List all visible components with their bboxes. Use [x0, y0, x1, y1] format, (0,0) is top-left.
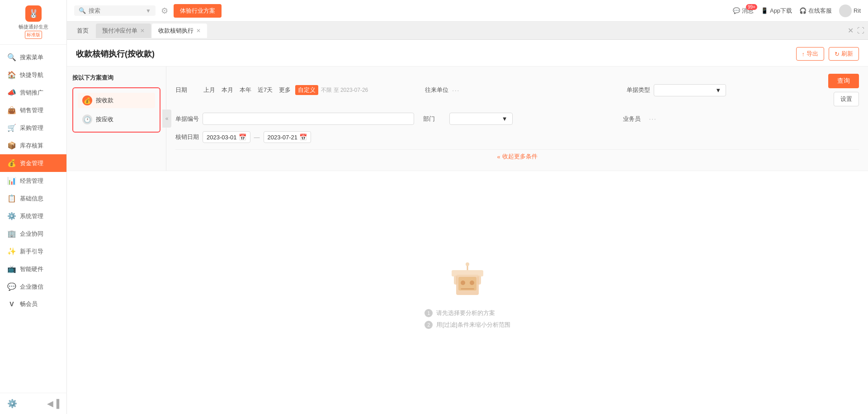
sidebar-nav: 🔍 搜索菜单 🏠 快捷导航 📣 营销推广 👜 销售管理 🛒 采购管理 📦 库存核…	[0, 45, 66, 393]
sidebar-item-guide[interactable]: ✨ 新手引导	[0, 243, 66, 260]
sidebar-item-wechat[interactable]: 💬 企业微信	[0, 278, 66, 295]
date-shortcuts: 上月 本月 本年 近7天 更多 自定义 不限 至 2023-07-26	[202, 85, 368, 95]
sidebar-item-label: 库存核算	[20, 142, 43, 150]
close-tab-btn[interactable]: ✕	[848, 26, 854, 35]
calendar-end-icon: 📅	[299, 133, 307, 141]
tip-num-1: 1	[425, 309, 433, 317]
collapse-sidebar-icon[interactable]: ◀▐	[47, 399, 59, 409]
sidebar-item-hardware[interactable]: 📺 智能硬件	[0, 260, 66, 278]
filter-options: 💰 按收款 🕐 按应收	[72, 87, 160, 133]
sidebar-item-label: 搜索菜单	[20, 53, 43, 62]
sidebar-item-finance[interactable]: 💰 资金管理	[0, 154, 66, 172]
sidebar-item-quick-nav[interactable]: 🏠 快捷导航	[0, 66, 66, 84]
tab-prepay[interactable]: 预付冲应付单 ✕	[96, 24, 151, 38]
collapse-more-btn[interactable]: « 收起更多条件	[175, 149, 859, 163]
message-badge: 99+	[746, 4, 757, 10]
date-no-limit: 不限 至 2023-07-26	[321, 86, 368, 94]
sidebar-item-system[interactable]: ⚙️ 系统管理	[0, 207, 66, 225]
tip-text-2: 用[过滤]条件来缩小分析范围	[436, 321, 510, 329]
logo-badge: 标准版	[25, 31, 42, 39]
doc-no-field: 单据编号	[175, 113, 414, 125]
receipt-icon: 💰	[82, 95, 92, 105]
tab-receipt-verify[interactable]: 收款核销执行 ✕	[152, 24, 207, 38]
verify-date-start-input[interactable]: 2023-03-01 📅	[203, 131, 250, 143]
date-separator: —	[254, 134, 260, 141]
sidebar-item-sales[interactable]: 👜 销售管理	[0, 101, 66, 119]
logo-text: 畅捷通好生意	[19, 24, 48, 30]
main-area: 🔍 ▼ ⚙ 体验行业方案 💬 消息 99+ 📱 App下载 🎧 在线客服 R	[67, 0, 868, 414]
export-button[interactable]: ↑ 导出	[796, 47, 825, 61]
refresh-button[interactable]: ↻ 刷新	[829, 47, 859, 61]
chevron-up-icon: «	[497, 153, 500, 160]
sidebar-item-operations[interactable]: 📊 经营管理	[0, 172, 66, 190]
empty-tip-2: 2 用[过滤]条件来缩小分析范围	[425, 321, 510, 329]
date-7days[interactable]: 近7天	[256, 85, 274, 95]
gear-icon[interactable]: ⚙	[161, 6, 168, 16]
svg-rect-6	[477, 276, 481, 285]
tab-prepay-label: 预付冲应付单	[102, 27, 137, 35]
empty-icon	[445, 257, 490, 302]
receivable-icon: 🕐	[82, 114, 92, 124]
sales-icon: 👜	[7, 106, 16, 114]
query-button[interactable]: 查询	[828, 74, 859, 88]
filter-by-receivable[interactable]: 🕐 按应收	[78, 112, 155, 127]
sidebar-item-marketing[interactable]: 📣 营销推广	[0, 84, 66, 101]
dept-chevron-icon: ▼	[502, 115, 508, 122]
settings-bottom-icon[interactable]: ⚙️	[7, 399, 17, 409]
search-wrap[interactable]: 🔍 ▼	[74, 5, 156, 16]
svg-point-2	[461, 281, 465, 285]
app-download-btn[interactable]: 📱 App下载	[761, 7, 792, 15]
collapse-filter-btn[interactable]: «	[162, 109, 171, 128]
user-avatar-area[interactable]: Rit	[839, 5, 861, 17]
search-input[interactable]	[89, 7, 143, 14]
filter-row-3: 核销日期 2023-03-01 📅 — 2023-07-21 📅	[175, 131, 859, 143]
dept-field: 部门 ▼	[423, 113, 614, 125]
service-btn[interactable]: 🎧 在线客服	[799, 7, 832, 15]
sidebar-item-enterprise[interactable]: 🏢 企业协同	[0, 225, 66, 243]
settings-button[interactable]: 设置	[834, 92, 859, 106]
sidebar-item-member[interactable]: V 畅会员	[0, 295, 66, 313]
refresh-icon: ↻	[835, 51, 840, 57]
solution-btn[interactable]: 体验行业方案	[174, 4, 222, 18]
chevron-down-icon: ▼	[715, 87, 721, 94]
doc-type-field: 单据类型 ▼	[627, 84, 819, 96]
dept-select[interactable]: ▼	[449, 113, 513, 125]
sidebar-item-label: 经营管理	[20, 177, 43, 185]
sidebar-item-search[interactable]: 🔍 搜索菜单	[0, 48, 66, 66]
verify-date-end-input[interactable]: 2023-07-21 📅	[264, 131, 311, 143]
date-more[interactable]: 更多	[277, 85, 292, 95]
tab-receipt-close[interactable]: ✕	[196, 28, 201, 34]
sidebar-item-label: 销售管理	[20, 106, 43, 114]
date-custom[interactable]: 自定义	[295, 85, 318, 95]
filter-row-2: 单据编号 部门 ▼ 业务员 ···	[175, 113, 859, 125]
tab-home[interactable]: 首页	[71, 24, 95, 38]
service-icon: 🎧	[799, 7, 807, 14]
svg-point-9	[466, 262, 469, 266]
date-this-year[interactable]: 本年	[238, 85, 253, 95]
sidebar-item-label: 基础信息	[20, 195, 43, 203]
tip-text-1: 请先选择要分析的方案	[436, 309, 495, 317]
tab-prepay-close[interactable]: ✕	[140, 28, 145, 34]
service-label: 在线客服	[808, 7, 832, 15]
hardware-icon: 📺	[7, 265, 16, 273]
date-this-month[interactable]: 本月	[220, 85, 235, 95]
page-content: 收款核销执行(按收款) ↑ 导出 ↻ 刷新 按以下方案查询 💰	[67, 40, 868, 414]
wechat-icon: 💬	[7, 282, 16, 291]
sidebar-item-purchase[interactable]: 🛒 采购管理	[0, 119, 66, 137]
expand-tab-btn[interactable]: ⛶	[857, 27, 864, 35]
filter-row-1: 日期 上月 本月 本年 近7天 更多 自定义 不限 至 2023-07-26 往…	[175, 74, 859, 106]
username: Rit	[854, 7, 861, 14]
doc-type-select[interactable]: ▼	[654, 84, 726, 96]
verify-date-start-val: 2023-03-01	[207, 134, 237, 141]
verify-date-range: 2023-03-01 📅 — 2023-07-21 📅	[203, 131, 311, 143]
filter-by-receipt[interactable]: 💰 按收款	[78, 93, 155, 108]
message-btn[interactable]: 💬 消息 99+	[733, 7, 754, 15]
sidebar-item-basic[interactable]: 📋 基础信息	[0, 190, 66, 207]
date-label: 日期	[175, 86, 198, 94]
tab-receipt-label: 收款核销执行	[158, 27, 193, 35]
date-last-month[interactable]: 上月	[202, 85, 217, 95]
sidebar-item-inventory[interactable]: 📦 库存核算	[0, 137, 66, 154]
sidebar-item-label: 新手引导	[20, 247, 43, 256]
doc-no-input[interactable]	[203, 113, 414, 125]
search-nav-icon: 🔍	[7, 53, 16, 62]
